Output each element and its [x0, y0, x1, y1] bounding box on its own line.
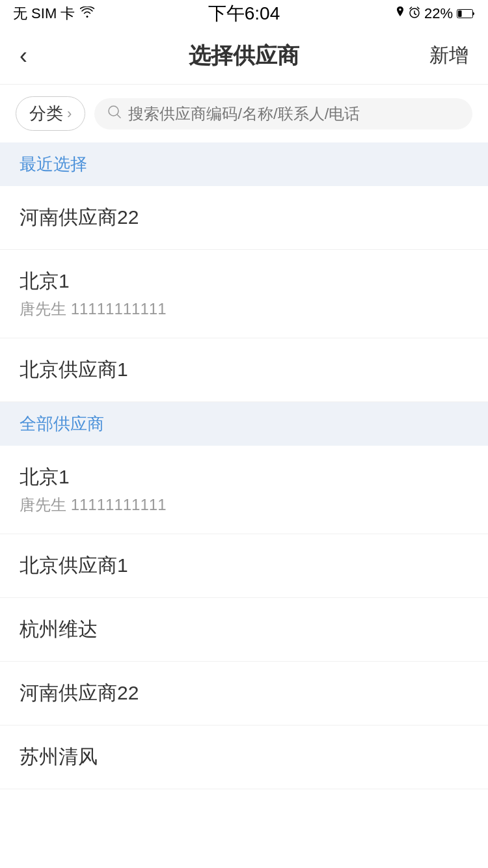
category-button[interactable]: 分类 › [16, 96, 85, 131]
item-name: 北京1 [20, 268, 468, 295]
item-name: 河南供应商22 [20, 204, 468, 231]
add-button[interactable]: 新增 [429, 42, 468, 69]
wifi-icon [80, 5, 94, 22]
item-name: 北京1 [20, 464, 468, 491]
status-right: 22% [396, 5, 475, 22]
list-item[interactable]: 北京1唐先生 11111111111 [0, 250, 488, 338]
list-item[interactable]: 北京供应商1 [0, 534, 488, 598]
battery-level: 22% [424, 5, 453, 22]
all-section-header: 全部供应商 [0, 402, 488, 446]
item-name: 北京供应商1 [20, 552, 468, 579]
chevron-right-icon: › [67, 105, 72, 122]
status-time: 下午6:04 [208, 1, 280, 26]
list-item[interactable]: 苏州清风 [0, 726, 488, 789]
search-box[interactable] [94, 98, 472, 129]
alarm-icon [409, 5, 420, 22]
category-label: 分类 [29, 102, 63, 125]
all-list: 北京1唐先生 11111111111北京供应商1杭州维达河南供应商22苏州清风 [0, 446, 488, 789]
recent-list: 河南供应商22北京1唐先生 11111111111北京供应商1 [0, 186, 488, 402]
item-name: 北京供应商1 [20, 357, 468, 383]
recent-section-label: 最近选择 [20, 154, 87, 174]
back-button[interactable]: ‹ [20, 42, 59, 70]
nav-bar: ‹ 选择供应商 新增 [0, 27, 488, 85]
recent-section-header: 最近选择 [0, 142, 488, 186]
item-name: 河南供应商22 [20, 680, 468, 707]
svg-rect-2 [458, 10, 462, 17]
no-sim-text: 无 SIM 卡 [13, 4, 75, 23]
status-left: 无 SIM 卡 [13, 4, 94, 23]
list-item[interactable]: 河南供应商22 [0, 186, 488, 250]
filter-bar: 分类 › [0, 85, 488, 142]
battery-icon [457, 5, 475, 22]
list-item[interactable]: 北京1唐先生 11111111111 [0, 446, 488, 534]
list-item[interactable]: 河南供应商22 [0, 662, 488, 726]
list-item[interactable]: 北京供应商1 [0, 338, 488, 402]
svg-point-3 [109, 106, 118, 116]
item-sub: 唐先生 11111111111 [20, 495, 468, 515]
all-section-label: 全部供应商 [20, 414, 104, 433]
item-sub: 唐先生 11111111111 [20, 299, 468, 319]
status-bar: 无 SIM 卡 下午6:04 22% [0, 0, 488, 27]
item-name: 苏州清风 [20, 744, 468, 770]
page-title: 选择供应商 [59, 41, 429, 71]
item-name: 杭州维达 [20, 616, 468, 643]
list-item[interactable]: 杭州维达 [0, 598, 488, 662]
search-input[interactable] [128, 105, 459, 123]
location-icon [396, 5, 405, 22]
search-icon [107, 105, 122, 123]
